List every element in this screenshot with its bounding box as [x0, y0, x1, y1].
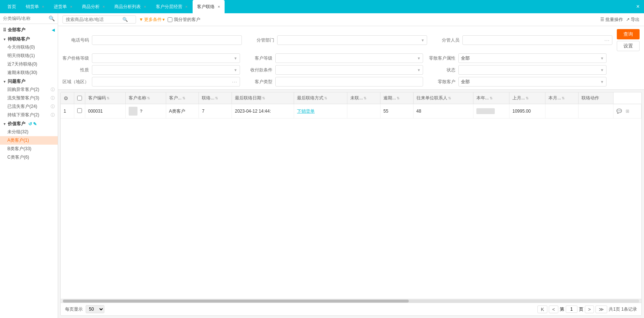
problem-customers-group[interactable]: ▼ 问题客户 — [0, 77, 58, 85]
nav-tab-analysis[interactable]: 商品分析 × — [78, 0, 109, 13]
col-contact-count[interactable]: 联络...⇅ — [199, 92, 232, 104]
more-icon[interactable]: ⊞ — [626, 109, 629, 114]
sidebar-item-declining[interactable]: 持续下滑客户(2) ⓘ — [0, 111, 58, 119]
refresh-icon[interactable]: ↺ — [28, 121, 32, 127]
col-no-contact[interactable]: 未联...⇅ — [347, 92, 380, 104]
close-all-tabs[interactable]: × — [635, 2, 641, 11]
nav-tab-contact[interactable]: 客户联络 × — [193, 0, 224, 13]
retail-attr-dropdown[interactable]: 全部 ▼ — [458, 53, 607, 63]
more-conditions-btn[interactable]: ▼ 更多条件 ▾ — [139, 17, 165, 23]
col-customer-code[interactable]: 客户编码⇅ — [85, 92, 125, 104]
payment-dropdown[interactable]: ▼ — [275, 65, 423, 75]
sidebar-item-loss-warning[interactable]: 流失预警客户(3) ⓘ — [0, 94, 58, 102]
all-customers-header[interactable]: ⠿ 全部客户 ◀ — [0, 25, 58, 35]
close-sales-tab[interactable]: × — [42, 4, 44, 9]
col-customer-name[interactable]: 客户名称⇅ — [125, 92, 166, 104]
batch-op-button[interactable]: ☰ 批量操作 — [600, 17, 623, 23]
select-all-checkbox[interactable] — [77, 96, 82, 100]
search-input[interactable] — [66, 17, 121, 22]
settings-gear-icon[interactable]: ⚙ — [64, 95, 68, 101]
sidebar-item-repurchase[interactable]: 回购异常客户(2) ⓘ — [0, 85, 58, 94]
cell-name[interactable]: ？ — [125, 104, 166, 119]
col-last-contact-method[interactable]: 最后联络方式⇅ — [294, 92, 347, 104]
edit-icon[interactable]: ✎ — [33, 121, 37, 127]
last-page-btn[interactable]: ≫ — [595, 305, 607, 313]
sidebar-search-icon[interactable]: 🔍 — [49, 15, 55, 21]
dropdown-arrow: ▼ — [421, 38, 425, 42]
person-input[interactable]: ··· — [462, 35, 612, 45]
sidebar-item-lost[interactable]: 已流失客户(24) ⓘ — [0, 102, 58, 111]
page-total-label: 页 — [579, 306, 583, 312]
next-page-btn[interactable]: > — [585, 305, 594, 313]
col-year-amount[interactable]: 本年...⇅ — [473, 92, 509, 104]
chat-icon[interactable]: 💬 — [616, 109, 622, 114]
cell-last-method[interactable]: 下销货单 — [294, 104, 347, 119]
dropdown-arrow3: ▼ — [417, 56, 421, 60]
price-level-dropdown[interactable]: ▼ — [92, 53, 240, 63]
dots-menu[interactable]: ··· — [604, 37, 610, 43]
prev-page-btn[interactable]: < — [549, 305, 558, 313]
retail-cust-dropdown[interactable]: 全部 ▼ — [458, 77, 607, 86]
sort-icon11: ⇅ — [526, 96, 529, 100]
cell-overdue: 55 — [380, 104, 413, 119]
sidebar-item-class-a[interactable]: A类客户(1) — [0, 136, 58, 145]
sidebar-item-class-b[interactable]: B类客户(33) — [0, 145, 58, 153]
pending-contact-group[interactable]: ▼ 待联络客户 — [0, 35, 58, 43]
export-button[interactable]: ↗ 导出 — [626, 17, 640, 23]
dots-menu2[interactable]: ··· — [232, 79, 237, 85]
last-method-link[interactable]: 下销货单 — [297, 109, 315, 114]
query-button[interactable]: 查询 — [617, 29, 640, 39]
value-customers-group[interactable]: ▼ 价值客户 ↺ ✎ — [0, 119, 58, 128]
col-last-month[interactable]: 上月...⇅ — [509, 92, 545, 104]
scroll-track[interactable] — [63, 300, 639, 303]
nav-tab-sales[interactable]: 销货单 × — [21, 0, 49, 13]
nature-dropdown[interactable]: ▼ — [92, 65, 240, 75]
collapse-icon[interactable]: ◀ — [52, 28, 55, 32]
first-page-btn[interactable]: K — [537, 305, 547, 313]
sidebar-item-overdue[interactable]: 逾期未联络(30) — [0, 68, 58, 77]
cust-type-input[interactable] — [275, 77, 423, 86]
nav-tab-purchase[interactable]: 进货单 × — [49, 0, 76, 13]
close-analysis-tab[interactable]: × — [103, 4, 105, 9]
sidebar-item-week[interactable]: 近7天待联络(0) — [0, 60, 58, 68]
col-customer-type[interactable]: 客户...⇅ — [166, 92, 199, 104]
my-customers-checkbox[interactable] — [168, 17, 172, 22]
sidebar-item-tomorrow[interactable]: 明天待联络(1) — [0, 52, 58, 60]
page-input[interactable] — [566, 305, 577, 313]
sidebar-item-today[interactable]: 今天待联络(0) — [0, 43, 58, 52]
status-dropdown[interactable]: ▼ — [458, 65, 607, 75]
nav-tab-segment[interactable]: 客户分层经营 × — [151, 0, 192, 13]
customer-level-dropdown[interactable]: ▼ — [275, 53, 423, 63]
settings-button[interactable]: 设置 — [617, 41, 640, 51]
sidebar-item-class-c[interactable]: C类客户(6) — [0, 153, 58, 162]
horizontal-scrollbar[interactable] — [61, 299, 641, 303]
dropdown-arrow8: ▼ — [600, 80, 604, 84]
col-overdue[interactable]: 逾期...⇅ — [380, 92, 413, 104]
phone-input[interactable] — [92, 35, 242, 45]
col-contact-person[interactable]: 往来单位联系人⇅ — [413, 92, 473, 104]
filter-btns: 查询 设置 — [617, 29, 640, 51]
region-input[interactable]: ··· — [92, 77, 240, 86]
scroll-thumb[interactable] — [63, 300, 409, 303]
cell-checkbox[interactable] — [74, 104, 85, 119]
dept-dropdown[interactable]: ▼ — [277, 35, 427, 45]
col-checkbox[interactable] — [74, 92, 85, 104]
nav-tab-analysis-list[interactable]: 商品分析列表 × — [110, 0, 150, 13]
col-this-month[interactable]: 本月...⇅ — [545, 92, 579, 104]
close-contact-tab[interactable]: × — [218, 4, 220, 9]
search-icon[interactable]: 🔍 — [122, 17, 128, 22]
close-purchase-tab[interactable]: × — [70, 4, 72, 9]
sidebar-search-box[interactable]: 🔍 — [0, 13, 58, 24]
search-box[interactable]: 🔍 — [62, 15, 136, 24]
close-analysis-list-tab[interactable]: × — [144, 4, 146, 9]
sidebar-item-ungrouped[interactable]: 未分组(32) — [0, 128, 58, 136]
row-checkbox[interactable] — [77, 108, 82, 113]
close-segment-tab[interactable]: × — [185, 4, 187, 9]
nav-tab-home[interactable]: 首页 — [3, 0, 21, 13]
page-size-select[interactable]: 50 10 20 100 — [86, 305, 104, 313]
sidebar-search-input[interactable] — [3, 16, 47, 21]
table-wrapper[interactable]: ⚙ 客户编码⇅ 客户名称⇅ 客 — [61, 92, 641, 299]
my-customers-filter[interactable]: 我分管的客户 — [168, 17, 200, 23]
col-last-contact-date[interactable]: 最后联络日期⇅ — [232, 92, 294, 104]
col-settings[interactable]: ⚙ — [61, 92, 74, 104]
